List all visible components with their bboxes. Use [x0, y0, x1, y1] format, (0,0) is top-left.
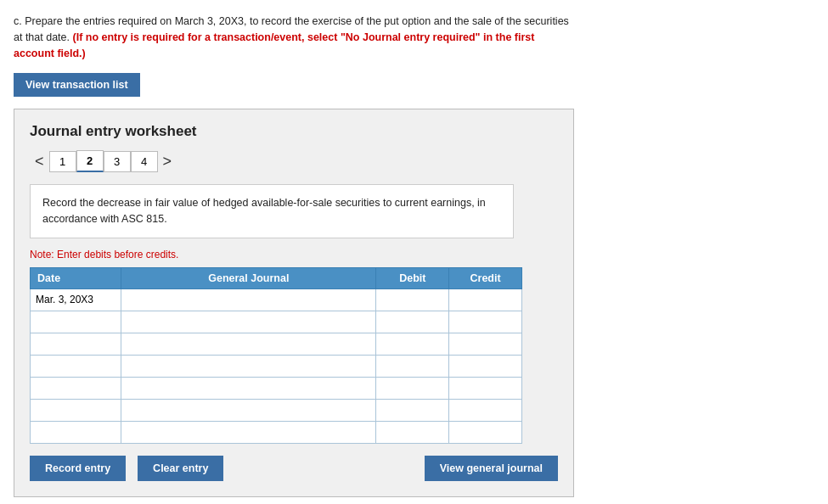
debit-input[interactable]: [376, 333, 448, 355]
credit-input[interactable]: [449, 400, 521, 421]
tab-1[interactable]: 1: [49, 151, 76, 172]
tab-numbers: 1 2 3 4: [49, 150, 158, 172]
journal-cell: [121, 355, 376, 377]
credit-cell: [449, 311, 522, 333]
credit-cell: [449, 421, 522, 443]
date-cell: [31, 333, 121, 355]
col-header-date: Date: [31, 267, 121, 288]
journal-input[interactable]: [121, 356, 375, 377]
clear-entry-button[interactable]: Clear entry: [138, 456, 223, 481]
instruction-bold-red: (If no entry is required for a transacti…: [14, 31, 534, 59]
debit-cell: [376, 399, 449, 421]
journal-input[interactable]: [121, 333, 375, 355]
journal-input[interactable]: [121, 289, 375, 311]
record-entry-button[interactable]: Record entry: [30, 456, 126, 481]
view-transaction-button[interactable]: View transaction list: [14, 73, 140, 97]
credit-input[interactable]: [449, 378, 521, 399]
credit-input[interactable]: [449, 356, 521, 377]
tab-3[interactable]: 3: [104, 151, 131, 172]
table-row: [31, 333, 522, 355]
credit-cell: [449, 288, 522, 311]
table-row: [31, 377, 522, 399]
tab-navigation: < 1 2 3 4 >: [30, 150, 558, 172]
worksheet-container: Journal entry worksheet < 1 2 3 4 > Reco…: [14, 109, 574, 497]
journal-input[interactable]: [121, 311, 375, 333]
tab-2[interactable]: 2: [76, 150, 104, 172]
date-cell: [31, 421, 121, 443]
journal-table: Date General Journal Debit Credit Mar. 3…: [30, 267, 522, 444]
date-cell: Mar. 3, 20X3: [31, 288, 121, 311]
debit-input[interactable]: [376, 422, 448, 443]
actions-row: Record entry Clear entry View general jo…: [30, 456, 558, 481]
debit-cell: [376, 288, 449, 311]
table-row: [31, 355, 522, 377]
date-input[interactable]: [31, 378, 121, 399]
col-header-debit: Debit: [376, 267, 449, 288]
debit-input[interactable]: [376, 289, 448, 311]
debit-cell: [376, 355, 449, 377]
debit-input[interactable]: [376, 311, 448, 333]
credit-input[interactable]: [449, 333, 521, 355]
debit-cell: [376, 333, 449, 355]
journal-input[interactable]: [121, 400, 375, 421]
tab-4[interactable]: 4: [131, 151, 158, 172]
date-cell: [31, 355, 121, 377]
worksheet-title: Journal entry worksheet: [30, 123, 558, 140]
debit-input[interactable]: [376, 400, 448, 421]
date-input[interactable]: [31, 400, 121, 421]
table-row: [31, 399, 522, 421]
tab-prev-arrow[interactable]: <: [30, 151, 49, 172]
journal-input[interactable]: [121, 422, 375, 443]
credit-input[interactable]: [449, 289, 521, 311]
date-cell: [31, 399, 121, 421]
date-cell: [31, 311, 121, 333]
date-cell: [31, 377, 121, 399]
journal-cell: [121, 421, 376, 443]
credit-cell: [449, 333, 522, 355]
table-row: Mar. 3, 20X3: [31, 288, 522, 311]
journal-cell: [121, 288, 376, 311]
date-input[interactable]: [31, 333, 121, 355]
date-input[interactable]: [31, 422, 121, 443]
description-text: Record the decrease in fair value of hed…: [42, 197, 486, 225]
view-general-journal-button[interactable]: View general journal: [425, 456, 558, 481]
date-input[interactable]: [31, 356, 121, 377]
journal-cell: [121, 311, 376, 333]
debit-cell: [376, 311, 449, 333]
instruction-text: c. Prepare the entries required on March…: [14, 14, 574, 61]
journal-cell: [121, 399, 376, 421]
debit-cell: [376, 421, 449, 443]
credit-input[interactable]: [449, 422, 521, 443]
credit-cell: [449, 377, 522, 399]
date-input[interactable]: [31, 311, 121, 333]
journal-cell: [121, 377, 376, 399]
col-header-journal: General Journal: [121, 267, 376, 288]
debit-cell: [376, 377, 449, 399]
credit-cell: [449, 399, 522, 421]
journal-input[interactable]: [121, 378, 375, 399]
debit-input[interactable]: [376, 356, 448, 377]
table-row: [31, 311, 522, 333]
note-text: Note: Enter debits before credits.: [30, 249, 558, 260]
debit-input[interactable]: [376, 378, 448, 399]
tab-next-arrow[interactable]: >: [158, 151, 177, 172]
credit-cell: [449, 355, 522, 377]
journal-cell: [121, 333, 376, 355]
table-row: [31, 421, 522, 443]
description-box: Record the decrease in fair value of hed…: [30, 184, 514, 238]
col-header-credit: Credit: [449, 267, 522, 288]
credit-input[interactable]: [449, 311, 521, 333]
